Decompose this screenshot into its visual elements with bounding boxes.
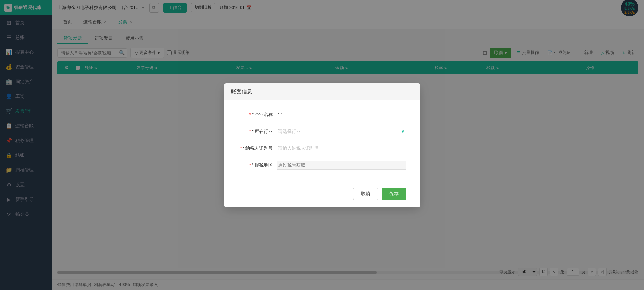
tax-id-label: ** 纳税人识别号 bbox=[238, 145, 277, 151]
industry-chevron-icon: ∨ bbox=[401, 129, 405, 134]
dialog-title: 账套信息 bbox=[224, 83, 420, 100]
industry-select-wrap: 请选择行业 ∨ bbox=[277, 127, 406, 136]
form-row-company: ** 企业名称 bbox=[238, 110, 406, 119]
industry-label: ** 所在行业 bbox=[238, 128, 277, 135]
industry-select[interactable]: 请选择行业 bbox=[277, 127, 406, 136]
company-name-input[interactable] bbox=[277, 110, 406, 119]
form-row-industry: ** 所在行业 请选择行业 ∨ bbox=[238, 127, 406, 136]
dialog-footer: 取消 保存 bbox=[224, 184, 420, 207]
tax-region-input bbox=[277, 161, 406, 170]
save-button[interactable]: 保存 bbox=[382, 188, 406, 200]
required-star: * bbox=[249, 112, 251, 117]
dialog-body: ** 企业名称 ** 所在行业 请选择行业 ∨ ** 纳税 bbox=[224, 100, 420, 184]
tax-id-input[interactable] bbox=[277, 144, 406, 153]
cancel-button[interactable]: 取消 bbox=[353, 188, 378, 200]
account-info-dialog: 账套信息 ** 企业名称 ** 所在行业 请选择行业 ∨ bbox=[224, 83, 420, 207]
form-row-tax-id: ** 纳税人识别号 bbox=[238, 144, 406, 153]
tax-region-label: ** 报税地区 bbox=[238, 162, 277, 168]
form-row-tax-region: ** 报税地区 bbox=[238, 161, 406, 170]
dialog-overlay[interactable]: 账套信息 ** 企业名称 ** 所在行业 请选择行业 ∨ bbox=[0, 0, 644, 290]
company-name-label: ** 企业名称 bbox=[238, 112, 277, 118]
